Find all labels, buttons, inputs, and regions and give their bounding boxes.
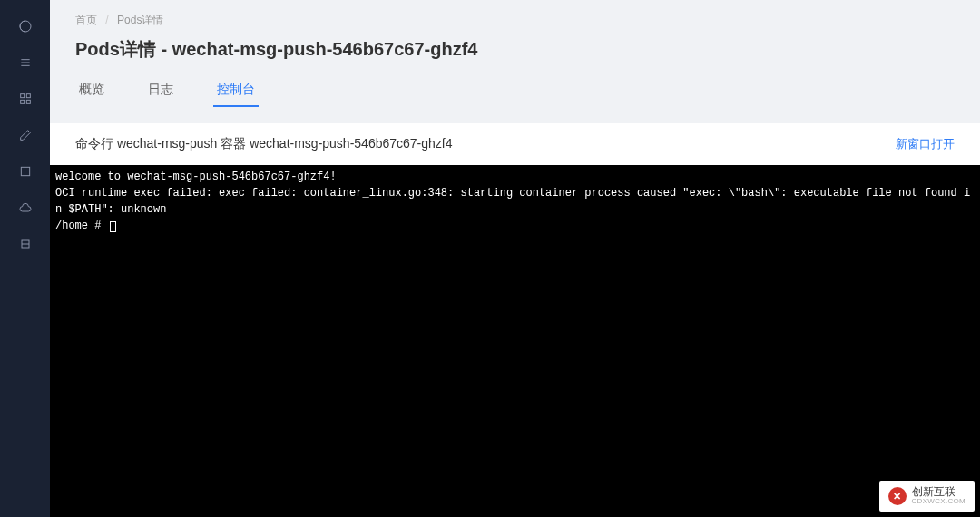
console-card: 命令行 wechat-msg-push 容器 wechat-msg-push-5… — [50, 123, 980, 517]
terminal-prompt: /home # — [55, 219, 108, 232]
card-header-text: 命令行 wechat-msg-push 容器 wechat-msg-push-5… — [75, 136, 453, 152]
grid-icon[interactable] — [17, 91, 34, 107]
page-title: Pods详情 - wechat-msg-push-546b67c67-ghzf4 — [50, 34, 980, 74]
breadcrumb-current: Pods详情 — [117, 14, 163, 26]
tabs: 概览 日志 控制台 — [50, 74, 980, 107]
sidebar — [0, 0, 50, 517]
box-icon[interactable] — [17, 163, 34, 180]
main-content: 首页 / Pods详情 Pods详情 - wechat-msg-push-546… — [50, 0, 980, 517]
open-new-window-link[interactable]: 新窗口打开 — [896, 136, 955, 152]
svg-rect-4 — [20, 94, 24, 98]
tab-overview[interactable]: 概览 — [75, 74, 108, 107]
terminal-cursor — [110, 221, 116, 232]
edit-icon[interactable] — [17, 127, 34, 143]
list-icon[interactable] — [17, 54, 34, 71]
github-icon[interactable] — [17, 18, 34, 34]
breadcrumb-home[interactable]: 首页 — [75, 14, 97, 26]
terminal-welcome-line: welcome to wechat-msg-push-546b67c67-ghz… — [55, 171, 337, 183]
terminal-error-line: OCI runtime exec failed: exec failed: co… — [55, 187, 970, 216]
breadcrumb-separator: / — [105, 14, 108, 26]
watermark-logo-icon: ✕ — [888, 487, 906, 505]
svg-rect-8 — [21, 167, 29, 175]
cloud-icon[interactable] — [17, 200, 34, 216]
card-header: 命令行 wechat-msg-push 容器 wechat-msg-push-5… — [50, 123, 980, 165]
tab-logs[interactable]: 日志 — [144, 74, 177, 107]
cube-icon[interactable] — [17, 236, 34, 252]
watermark-text: 创新互联 CDXWCX.COM — [912, 486, 965, 506]
svg-rect-6 — [20, 100, 24, 103]
terminal[interactable]: welcome to wechat-msg-push-546b67c67-ghz… — [50, 165, 980, 517]
tab-console[interactable]: 控制台 — [213, 74, 259, 107]
watermark-sub: CDXWCX.COM — [912, 498, 965, 506]
svg-rect-7 — [26, 100, 30, 103]
svg-rect-5 — [26, 94, 30, 98]
breadcrumb: 首页 / Pods详情 — [50, 0, 980, 34]
watermark: ✕ 创新互联 CDXWCX.COM — [879, 481, 975, 512]
